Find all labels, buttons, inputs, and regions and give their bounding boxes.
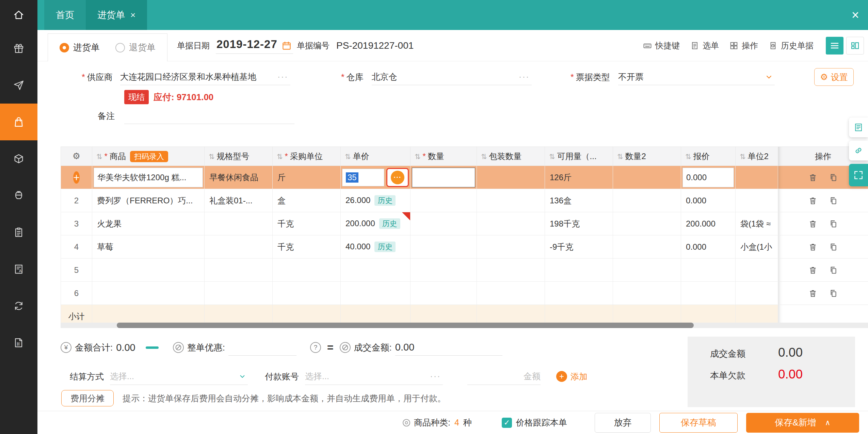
delete-row-button[interactable]	[808, 219, 818, 229]
settlement-method-select[interactable]: 选择...	[110, 368, 248, 385]
card-view-button[interactable]	[846, 37, 864, 55]
copy-row-button[interactable]	[829, 196, 838, 205]
chevron-down-icon[interactable]	[237, 372, 248, 381]
pack-qty-cell[interactable]	[477, 282, 545, 305]
quantity-input[interactable]	[412, 168, 475, 187]
tab-home[interactable]: 首页	[44, 0, 86, 30]
spec-cell[interactable]	[205, 235, 273, 259]
payment-amount-input[interactable]: 金额	[467, 368, 541, 385]
pack-qty-cell[interactable]	[477, 212, 545, 235]
sidebar-item-purchase[interactable]	[0, 104, 37, 140]
deal-amount-field[interactable]: 0.00	[395, 339, 502, 356]
delete-row-button[interactable]	[808, 242, 818, 252]
product-cell[interactable]: 火龙果	[92, 212, 205, 235]
scrollbar-thumb[interactable]	[117, 323, 694, 328]
unit2-cell[interactable]: 小盒(1小	[736, 235, 778, 259]
unit2-cell[interactable]	[736, 166, 778, 189]
discount-input[interactable]	[228, 339, 296, 356]
delete-row-button[interactable]	[808, 289, 818, 298]
sidebar-item-sync[interactable]	[0, 288, 37, 324]
tab-purchase-order[interactable]: 进货单 ×	[86, 0, 147, 30]
price-more-button[interactable]: ···	[386, 168, 409, 187]
account-more-icon[interactable]: ···	[428, 371, 443, 382]
scan-entry-button[interactable]: 扫码录入	[130, 151, 168, 162]
pack-qty-cell[interactable]	[477, 235, 545, 259]
column-qty[interactable]: ⇅*数量	[411, 147, 477, 166]
delete-row-button[interactable]	[808, 173, 818, 182]
product-cell[interactable]	[92, 259, 205, 282]
history-price-badge[interactable]: 历史	[379, 218, 400, 229]
spec-cell[interactable]	[205, 212, 273, 235]
qty2-cell[interactable]	[613, 212, 681, 235]
pack-qty-cell[interactable]	[477, 189, 545, 212]
copy-row-button[interactable]	[829, 219, 838, 229]
unit2-cell[interactable]	[736, 282, 778, 305]
qty2-cell[interactable]	[613, 166, 681, 189]
history-docs-button[interactable]: 历史单据	[768, 40, 814, 51]
save-draft-button[interactable]: 保存草稿	[659, 413, 738, 433]
abandon-button[interactable]: 放弃	[595, 413, 651, 433]
pack-qty-cell[interactable]	[477, 259, 545, 282]
spec-cell[interactable]: 礼盒装01-...	[205, 189, 273, 212]
price-track-checkbox[interactable]: ✓ 价格跟踪本单	[502, 417, 567, 428]
price-cell[interactable]: 40.000历史	[341, 235, 411, 259]
sidebar-item-send[interactable]	[0, 67, 37, 104]
link-float-button[interactable]	[849, 141, 868, 160]
unit2-cell[interactable]: 袋(1袋 ≈	[736, 212, 778, 235]
qty-cell[interactable]	[411, 282, 477, 305]
delete-row-button[interactable]	[808, 265, 818, 275]
qty2-cell[interactable]	[613, 282, 681, 305]
select-order-button[interactable]: 选单	[690, 40, 719, 51]
quote-cell[interactable]: 0.000	[681, 235, 736, 259]
unit-cell[interactable]	[273, 259, 341, 282]
unit2-cell[interactable]	[736, 259, 778, 282]
sidebar-item-inventory[interactable]	[0, 140, 37, 177]
unit2-cell[interactable]	[736, 189, 778, 212]
product-cell[interactable]	[92, 282, 205, 305]
column-price[interactable]: ⇅单价	[341, 147, 411, 166]
invoice-type-select[interactable]: 不开票	[618, 69, 775, 85]
spec-cell[interactable]	[205, 282, 273, 305]
shortcut-keys-button[interactable]: 快捷键	[643, 40, 680, 51]
quote-cell[interactable]	[681, 282, 736, 305]
add-payment-button[interactable]: + 添加	[556, 371, 588, 382]
spec-cell[interactable]	[205, 259, 273, 282]
unit-cell[interactable]: 盒	[273, 189, 341, 212]
delete-row-button[interactable]	[808, 196, 818, 205]
copy-row-button[interactable]	[829, 242, 838, 252]
qty-cell[interactable]	[411, 189, 477, 212]
radio-return-order[interactable]: 退货单	[115, 42, 156, 53]
caret-up-icon[interactable]: ∧	[825, 418, 831, 427]
sidebar-item-new-doc[interactable]: 新	[0, 324, 37, 361]
payment-account-select[interactable]: 选择... ···	[305, 368, 443, 385]
qty2-cell[interactable]	[613, 189, 681, 212]
history-price-badge[interactable]: 历史	[374, 195, 396, 206]
question-icon[interactable]: ?	[310, 342, 321, 353]
tab-close-icon[interactable]: ×	[130, 10, 135, 20]
qty2-cell[interactable]	[613, 259, 681, 282]
product-input[interactable]: 华美华夫软饼1200g 糕...	[94, 168, 203, 187]
expand-float-button[interactable]	[849, 164, 868, 186]
unit-price-input[interactable]: 35	[342, 169, 384, 186]
column-available[interactable]: ⇅可用量（...	[545, 147, 613, 166]
list-view-button[interactable]	[826, 37, 843, 55]
column-pack-qty[interactable]: ⇅包装数量	[477, 147, 545, 166]
column-unit2[interactable]: ⇅单位2	[736, 147, 778, 166]
sidebar-item-home[interactable]	[0, 0, 37, 30]
unit-cell[interactable]: 千克	[273, 212, 341, 235]
chevron-down-icon[interactable]	[763, 73, 775, 81]
radio-purchase-order[interactable]: 进货单	[60, 42, 100, 53]
supplier-input[interactable]: 大连花园口经济区景和水果种植基地 ···	[120, 69, 290, 85]
window-close-icon[interactable]: ×	[852, 0, 859, 30]
operations-button[interactable]: 操作	[729, 40, 758, 51]
price-cell[interactable]: 26.000历史	[341, 189, 411, 212]
copy-row-button[interactable]	[829, 265, 838, 275]
cost-share-button[interactable]: 费用分摊	[61, 390, 114, 406]
sidebar-item-documents[interactable]	[0, 214, 37, 251]
column-qty2[interactable]: ⇅数量2	[613, 147, 681, 166]
price-cell[interactable]	[341, 282, 411, 305]
qty-cell[interactable]	[411, 212, 477, 235]
qty-cell[interactable]	[411, 235, 477, 259]
price-cell[interactable]	[341, 259, 411, 282]
qty-cell[interactable]	[411, 259, 477, 282]
